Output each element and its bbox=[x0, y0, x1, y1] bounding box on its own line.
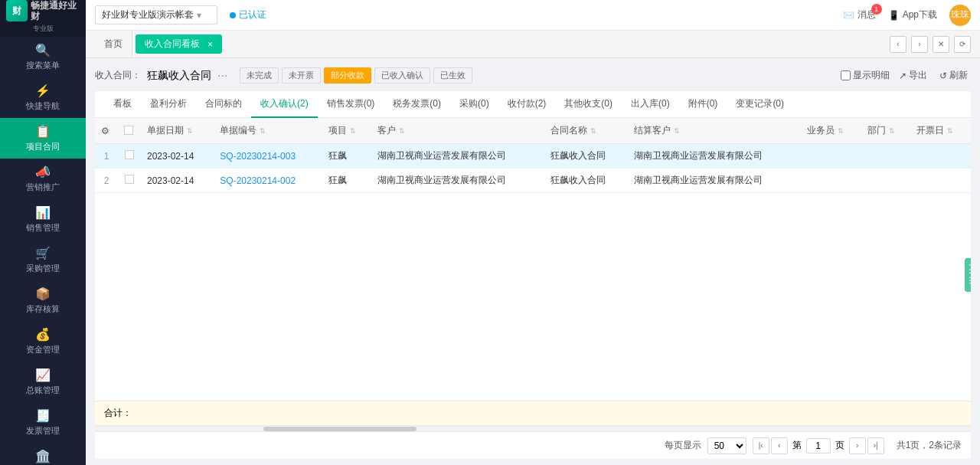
sub-tab-5[interactable]: 税务发票(0) bbox=[384, 91, 450, 118]
page-first-btn[interactable]: |‹ bbox=[753, 437, 769, 454]
nav-close-btn[interactable]: ✕ bbox=[933, 36, 949, 53]
sub-tab-6[interactable]: 采购(0) bbox=[450, 91, 498, 118]
header-actions: 显示明细 ↗ 导出 ↺ 刷新 bbox=[841, 67, 971, 84]
show-detail-checkbox[interactable] bbox=[841, 70, 851, 80]
status-confirmed[interactable]: 已收入确认 bbox=[374, 67, 430, 84]
row-checkbox-0[interactable] bbox=[118, 144, 141, 169]
sub-tab-8[interactable]: 其他收支(0) bbox=[555, 91, 622, 118]
sidebar-item-0[interactable]: 🔍搜索菜单 bbox=[0, 37, 86, 77]
show-detail-label: 显示明细 bbox=[853, 69, 890, 82]
sidebar-item-10[interactable]: 🏛️税务管理 bbox=[0, 443, 86, 465]
sort-customer-icon: ⇅ bbox=[399, 127, 405, 135]
scroll-thumb[interactable] bbox=[263, 427, 416, 431]
chevron-down-icon: ▾ bbox=[197, 10, 201, 21]
sidebar-item-7[interactable]: 💰资金管理 bbox=[0, 321, 86, 362]
row-project-0: 狂飙 bbox=[322, 144, 371, 169]
sidebar-label-5: 采购管理 bbox=[26, 263, 60, 274]
sidebar-item-3[interactable]: 📣营销推广 bbox=[0, 159, 86, 199]
date-col-header[interactable]: 单据日期⇅ bbox=[141, 118, 214, 144]
sidebar: 财 畅捷通好业财 专业版 🔍搜索菜单⚡快捷导航📋项目合同📣营销推广📊销售管理🛒采… bbox=[0, 0, 86, 465]
project-col-header[interactable]: 项目⇅ bbox=[322, 118, 371, 144]
sidebar-item-1[interactable]: ⚡快捷导航 bbox=[0, 77, 86, 118]
scroll-bar[interactable] bbox=[95, 425, 971, 431]
settlement-col-header[interactable]: 结算客户⇅ bbox=[628, 118, 802, 144]
settings-col-header: ⚙ bbox=[95, 118, 118, 144]
nav-tabs: 首页 收入合同看板 × ‹ › ✕ ⟳ bbox=[86, 31, 980, 58]
settings-icon[interactable]: ⚙ bbox=[101, 126, 109, 136]
dept-col-header[interactable]: 部门⇅ bbox=[861, 118, 910, 144]
sidebar-item-2[interactable]: 📋项目合同 bbox=[0, 118, 86, 159]
sidebar-icon-1: ⚡ bbox=[35, 84, 51, 98]
nav-refresh-btn[interactable]: ⟳ bbox=[954, 36, 971, 53]
more-options-btn[interactable]: ··· bbox=[217, 69, 227, 83]
tab-close-icon[interactable]: × bbox=[207, 39, 213, 50]
data-table: ⚙ 单据日期⇅ 单据编号⇅ bbox=[95, 118, 971, 193]
sub-tab-2[interactable]: 合同标的 bbox=[196, 91, 251, 118]
sidebar-item-6[interactable]: 📦库存核算 bbox=[0, 280, 86, 321]
sub-tab-11[interactable]: 变更记录(0) bbox=[727, 91, 793, 118]
user-avatar-btn[interactable]: 珠珠 bbox=[949, 5, 971, 26]
page-prev-btn[interactable]: ‹ bbox=[771, 437, 788, 454]
page-number-input[interactable] bbox=[806, 438, 831, 454]
customer-col-header[interactable]: 客户⇅ bbox=[371, 118, 545, 144]
nav-next-btn[interactable]: › bbox=[911, 36, 928, 53]
sub-tab-1[interactable]: 盈利分析 bbox=[141, 91, 196, 118]
verified-dot bbox=[230, 12, 236, 18]
main-panel: 看板盈利分析合同标的收入确认(2)销售发票(0)税务发票(0)采购(0)收付款(… bbox=[95, 91, 971, 459]
sidebar-item-4[interactable]: 📊销售管理 bbox=[0, 199, 86, 240]
app-download-btn[interactable]: 📱 App下载 bbox=[888, 8, 937, 21]
sidebar-item-9[interactable]: 🧾发票管理 bbox=[0, 402, 86, 443]
select-all-checkbox[interactable] bbox=[124, 126, 133, 135]
sidebar-item-8[interactable]: 📈总账管理 bbox=[0, 362, 86, 402]
row-order-num-1[interactable]: SQ-20230214-002 bbox=[214, 169, 322, 193]
avatar: 珠珠 bbox=[949, 5, 971, 26]
panel-wrapper: 看板盈利分析合同标的收入确认(2)销售发票(0)税务发票(0)采购(0)收付款(… bbox=[95, 91, 971, 459]
table-row[interactable]: 1 2023-02-14 SQ-20230214-003 狂飙 湖南卫视商业运营… bbox=[95, 144, 971, 169]
num-col-header[interactable]: 单据编号⇅ bbox=[214, 118, 322, 144]
row-checkbox-1[interactable] bbox=[118, 169, 141, 193]
company-selector[interactable]: 好业财专业版演示帐套 ▾ bbox=[95, 5, 217, 25]
sidebar-label-9: 发票管理 bbox=[26, 425, 60, 437]
tab-home[interactable]: 首页 bbox=[95, 31, 132, 58]
export-btn[interactable]: ↗ 导出 bbox=[896, 67, 930, 84]
right-panel-label: Arm bbox=[967, 264, 971, 286]
page-size-select[interactable]: 50 20 100 200 bbox=[707, 437, 746, 454]
table-row[interactable]: 2 2023-02-14 SQ-20230214-002 狂飙 湖南卫视商业运营… bbox=[95, 169, 971, 193]
sub-tab-10[interactable]: 附件(0) bbox=[679, 91, 727, 118]
right-panel-btn[interactable]: Arm bbox=[965, 258, 971, 292]
salesman-col-header[interactable]: 业务员⇅ bbox=[801, 118, 861, 144]
sort-contract-icon: ⇅ bbox=[590, 127, 596, 135]
sort-settlement-icon: ⇅ bbox=[674, 127, 680, 135]
contract-col-header[interactable]: 合同名称⇅ bbox=[544, 118, 627, 144]
status-active[interactable]: 已生效 bbox=[433, 67, 472, 84]
content-title-prefix: 收入合同： bbox=[95, 69, 141, 82]
show-detail-toggle[interactable]: 显示明细 bbox=[841, 69, 890, 82]
tab-income-contract[interactable]: 收入合同看板 × bbox=[136, 34, 222, 54]
tab-income-label: 收入合同看板 bbox=[145, 38, 200, 51]
message-icon: ✉️ bbox=[843, 10, 854, 21]
checkbox-col-header bbox=[118, 118, 141, 144]
row-order-num-0[interactable]: SQ-20230214-003 bbox=[214, 144, 322, 169]
sub-tab-9[interactable]: 出入库(0) bbox=[622, 91, 679, 118]
avatar-initials: 珠珠 bbox=[951, 8, 969, 21]
sub-tab-3[interactable]: 收入确认(2) bbox=[251, 91, 318, 118]
status-no-invoice[interactable]: 未开票 bbox=[282, 67, 321, 84]
sidebar-icon-6: 📦 bbox=[35, 287, 51, 301]
invoice-date-col-header[interactable]: 开票日⇅ bbox=[910, 118, 971, 144]
sidebar-label-3: 营销推广 bbox=[26, 182, 60, 193]
sub-tab-0[interactable]: 看板 bbox=[104, 91, 141, 118]
nav-prev-btn[interactable]: ‹ bbox=[890, 36, 906, 53]
sub-tab-4[interactable]: 销售发票(0) bbox=[318, 91, 384, 118]
message-btn[interactable]: ✉️ 消息 1 bbox=[843, 8, 876, 21]
sub-tab-7[interactable]: 收付款(2) bbox=[498, 91, 556, 118]
row-settlement-0: 湖南卫视商业运营发展有限公司 bbox=[628, 144, 802, 169]
refresh-btn[interactable]: ↺ 刷新 bbox=[936, 67, 971, 84]
message-badge: 1 bbox=[871, 4, 882, 15]
page-last-btn[interactable]: ›| bbox=[867, 437, 884, 454]
table-area[interactable]: ⚙ 单据日期⇅ 单据编号⇅ bbox=[95, 118, 971, 401]
page-next-btn[interactable]: › bbox=[849, 437, 866, 454]
status-incomplete[interactable]: 未完成 bbox=[240, 67, 279, 84]
status-partial[interactable]: 部分收款 bbox=[324, 67, 371, 84]
sidebar-item-5[interactable]: 🛒采购管理 bbox=[0, 240, 86, 280]
row-contract-1: 狂飙收入合同 bbox=[544, 169, 627, 193]
